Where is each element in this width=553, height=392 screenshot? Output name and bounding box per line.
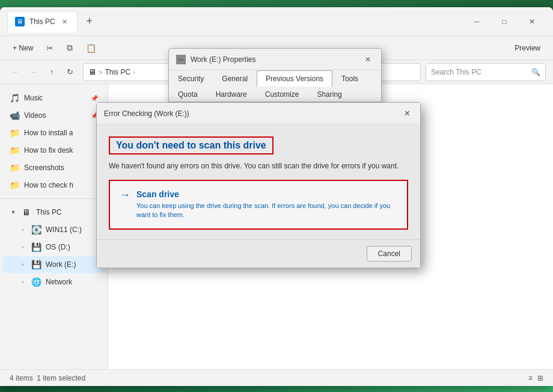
selected-count: 1 item selected bbox=[37, 374, 85, 382]
copy-icon: ⧉ bbox=[67, 43, 73, 53]
sidebar-item-osd[interactable]: › 💾 OS (D:) bbox=[2, 239, 105, 256]
copy-button[interactable]: ⧉ bbox=[61, 40, 78, 56]
tab-general[interactable]: General bbox=[213, 70, 257, 87]
search-text: Search This PC bbox=[431, 68, 481, 76]
computer-icon: 🖥 bbox=[88, 67, 96, 76]
scan-option-desc: You can keep using the drive during the … bbox=[136, 201, 397, 220]
view-controls: ≡ ⊞ bbox=[528, 374, 543, 382]
new-button[interactable]: + New bbox=[7, 41, 38, 55]
refresh-button[interactable]: ↻ bbox=[61, 64, 78, 81]
properties-tabs: Security General Previous Versions Tools… bbox=[169, 70, 381, 102]
sidebar-item-worke[interactable]: › 💾 Work (E:) bbox=[2, 256, 105, 273]
error-dialog-title-bar: Error Checking (Work (E:)) ✕ bbox=[97, 103, 420, 124]
win11-icon: 💽 bbox=[31, 225, 41, 234]
scan-option-content: Scan drive You can keep using the drive … bbox=[136, 189, 397, 220]
tab-previous-versions[interactable]: Previous Versions bbox=[257, 70, 332, 87]
breadcrumb-separator: > bbox=[99, 69, 102, 76]
no-scan-description: We haven't found any errors on this driv… bbox=[109, 162, 408, 170]
sidebar: 🎵 Music 📌 📹 Videos 📌 📁 How to install a … bbox=[0, 84, 108, 369]
sidebar-item-videos[interactable]: 📹 Videos 📌 bbox=[2, 107, 105, 124]
scan-drive-option[interactable]: → Scan drive You can keep using the driv… bbox=[109, 180, 408, 230]
preview-button[interactable]: Preview bbox=[509, 41, 546, 55]
properties-close-button[interactable]: ✕ bbox=[362, 54, 374, 66]
new-tab-button[interactable]: + bbox=[80, 12, 99, 31]
tree-expand-win11: › bbox=[19, 226, 26, 233]
network-icon: 🌐 bbox=[31, 277, 41, 287]
sidebar-item-win11[interactable]: › 💽 WIN11 (C:) bbox=[2, 221, 105, 238]
sidebar-label-win11: WIN11 (C:) bbox=[46, 225, 82, 234]
sidebar-label-music: Music bbox=[24, 94, 43, 102]
sidebar-label-worke: Work (E:) bbox=[46, 260, 76, 269]
minimize-button[interactable]: ─ bbox=[463, 12, 490, 31]
search-icon: 🔍 bbox=[531, 68, 540, 76]
paste-button[interactable]: 📋 bbox=[81, 40, 102, 56]
error-dialog-title-text: Error Checking (Work (E:)) bbox=[104, 109, 401, 118]
maximize-button[interactable]: □ bbox=[490, 12, 518, 31]
tree-expand-this-pc: ▼ bbox=[10, 209, 17, 216]
scan-option-title: Scan drive bbox=[136, 189, 397, 199]
osd-icon: 💾 bbox=[31, 242, 41, 252]
pin-icon: 📌 bbox=[91, 95, 98, 102]
sidebar-item-screenshots[interactable]: 📁 Screenshots bbox=[2, 159, 105, 176]
paste-icon: 📋 bbox=[86, 43, 96, 53]
tab-customize[interactable]: Customize bbox=[256, 86, 308, 102]
error-checking-dialog: Error Checking (Work (E:)) ✕ You don't n… bbox=[96, 102, 421, 268]
sidebar-item-folder3[interactable]: 📁 How to check h bbox=[2, 177, 105, 194]
properties-title-icon: ─ bbox=[176, 55, 186, 64]
status-bar: 4 items 1 item selected ≡ ⊞ bbox=[0, 369, 553, 386]
up-button[interactable]: ↑ bbox=[43, 64, 60, 81]
item-count: 4 items bbox=[10, 374, 33, 382]
sidebar-label-folder2: How to fix desk bbox=[24, 146, 73, 155]
sidebar-item-network[interactable]: › 🌐 Network bbox=[2, 274, 105, 290]
error-cancel-button[interactable]: Cancel bbox=[367, 246, 412, 262]
scan-arrow-icon: → bbox=[120, 189, 130, 200]
tab-icon: 🖥 bbox=[15, 17, 25, 26]
tab-area: 🖥 This PC ✕ + bbox=[7, 11, 463, 32]
tab-label: This PC bbox=[29, 17, 55, 26]
back-button[interactable]: ← bbox=[7, 64, 24, 81]
sidebar-item-music[interactable]: 🎵 Music 📌 bbox=[2, 90, 105, 106]
sidebar-label-folder3: How to check h bbox=[24, 181, 73, 189]
tree-expand-osd: › bbox=[19, 243, 26, 251]
tree-expand-network: › bbox=[19, 278, 26, 286]
folder-icon-1: 📁 bbox=[10, 128, 19, 138]
tiles-view-button[interactable]: ⊞ bbox=[537, 374, 543, 382]
close-button[interactable]: ✕ bbox=[518, 12, 546, 31]
properties-title-text: Work (E:) Properties bbox=[191, 55, 362, 64]
error-dialog-body: You don't need to scan this drive We hav… bbox=[97, 124, 420, 239]
properties-title-bar: ─ Work (E:) Properties ✕ bbox=[169, 49, 381, 70]
tab-tools[interactable]: Tools bbox=[332, 70, 367, 87]
tab-quota[interactable]: Quota bbox=[169, 86, 207, 102]
cut-button[interactable]: ✂ bbox=[41, 40, 59, 56]
tab-security[interactable]: Security bbox=[169, 70, 213, 87]
forward-button[interactable]: → bbox=[25, 64, 42, 81]
folder-icon-2: 📁 bbox=[10, 145, 19, 155]
sidebar-item-folder1[interactable]: 📁 How to install a bbox=[2, 124, 105, 141]
title-bar: 🖥 This PC ✕ + ─ □ ✕ bbox=[0, 7, 553, 36]
screenshots-icon: 📁 bbox=[10, 163, 19, 173]
nav-buttons: ← → ↑ ↻ bbox=[7, 64, 78, 81]
tab-close-button[interactable]: ✕ bbox=[60, 17, 70, 26]
breadcrumb-sep2: › bbox=[133, 69, 135, 76]
tree-expand-worke: › bbox=[19, 261, 26, 268]
breadcrumb-this-pc: This PC bbox=[105, 68, 130, 76]
sidebar-label-osd: OS (D:) bbox=[46, 243, 70, 251]
sidebar-label-screenshots: Screenshots bbox=[24, 164, 64, 172]
videos-icon: 📹 bbox=[10, 111, 19, 120]
sidebar-item-folder2[interactable]: 📁 How to fix desk bbox=[2, 142, 105, 159]
sidebar-label-this-pc: This PC bbox=[36, 208, 62, 216]
sidebar-label-network: Network bbox=[46, 278, 72, 286]
sidebar-label-folder1: How to install a bbox=[24, 129, 73, 137]
cut-icon: ✂ bbox=[46, 43, 53, 53]
search-bar[interactable]: Search This PC 🔍 bbox=[426, 63, 546, 81]
new-label: + New bbox=[13, 44, 33, 52]
music-icon: 🎵 bbox=[10, 93, 19, 103]
sidebar-item-this-pc[interactable]: ▼ 🖥 This PC bbox=[2, 204, 105, 221]
tab-hardware[interactable]: Hardware bbox=[207, 86, 256, 102]
error-dialog-close-button[interactable]: ✕ bbox=[401, 108, 413, 120]
explorer-tab[interactable]: 🖥 This PC ✕ bbox=[7, 11, 78, 32]
list-view-button[interactable]: ≡ bbox=[528, 374, 533, 382]
worke-icon: 💾 bbox=[31, 260, 41, 269]
no-scan-heading: You don't need to scan this drive bbox=[109, 136, 273, 155]
tab-sharing[interactable]: Sharing bbox=[308, 86, 350, 102]
